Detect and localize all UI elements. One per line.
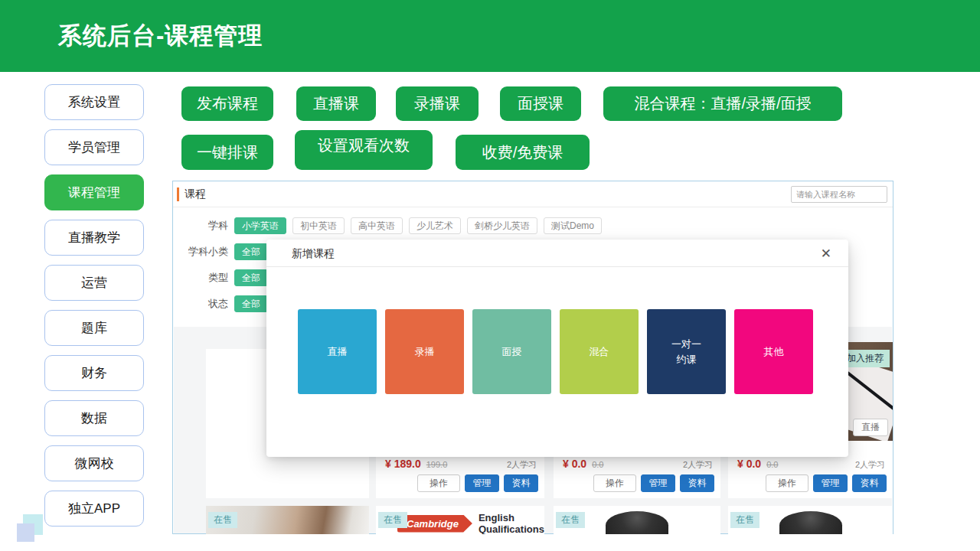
- subject-tag-cambridge-kids-english[interactable]: 剑桥少儿英语: [467, 217, 537, 234]
- price-row: ¥ 0.0 0.0 2人学习: [737, 458, 885, 471]
- course-card[interactable]: 在售: [728, 506, 893, 534]
- modal-header: 新增课程 ✕: [266, 240, 848, 267]
- on-sale-badge: 在售: [208, 512, 237, 528]
- page: 系统后台-课程管理 系统设置 学员管理 课程管理 直播教学 运营 题库 财务 数…: [0, 0, 980, 551]
- panel-title: 课程: [185, 187, 206, 201]
- tile-mixed[interactable]: 混合: [560, 309, 639, 394]
- decoration-square-blue: [17, 523, 34, 542]
- subcategory-tag-all[interactable]: 全部: [234, 243, 268, 260]
- filter-label: 学科: [173, 219, 228, 233]
- course-old-price: 0.0: [766, 460, 778, 469]
- manage-button[interactable]: 管理: [813, 474, 848, 492]
- course-old-price: 0.0: [592, 460, 603, 469]
- cambridge-arrow-logo: Cambridge: [397, 515, 472, 533]
- cambridge-logo-text: English Qualifications: [479, 512, 544, 534]
- recorded-course-button[interactable]: 录播课: [396, 86, 479, 121]
- sidebar-item-standalone-app[interactable]: 独立APP: [44, 491, 144, 527]
- add-course-modal: 新增课程 ✕ 直播 录播 面授 混合 一对一 约课 其他: [266, 240, 848, 457]
- sidebar-item-system-settings[interactable]: 系统设置: [44, 84, 144, 120]
- mixed-course-button[interactable]: 混合课程：直播/录播/面授: [603, 86, 842, 121]
- sidebar-item-live-teaching[interactable]: 直播教学: [44, 220, 144, 256]
- title-accent-bar: [177, 187, 179, 201]
- subject-tag-test-demo[interactable]: 测试Demo: [544, 217, 602, 234]
- on-sale-badge: 在售: [378, 512, 407, 528]
- set-view-count-button[interactable]: 设置观看次数: [295, 130, 433, 170]
- offline-course-button[interactable]: 面授课: [500, 86, 581, 121]
- sidebar-item-data[interactable]: 数据: [44, 400, 144, 436]
- card-actions: 操作 管理 资料: [593, 474, 714, 492]
- tile-other[interactable]: 其他: [734, 309, 813, 394]
- course-old-price: 199.0: [426, 460, 448, 469]
- subject-tag-kids-art[interactable]: 少儿艺术: [409, 217, 461, 234]
- course-price: ¥ 0.0: [563, 458, 586, 470]
- live-type-badge: 直播: [853, 419, 888, 436]
- course-card[interactable]: 在售: [554, 506, 720, 534]
- material-button[interactable]: 资料: [680, 474, 714, 492]
- paid-free-course-button[interactable]: 收费/免费课: [456, 135, 590, 170]
- course-price: ¥ 0.0: [737, 458, 761, 470]
- page-title: 系统后台-课程管理: [58, 20, 263, 52]
- filter-label: 类型: [173, 271, 228, 285]
- sidebar-item-course-management[interactable]: 课程管理: [44, 174, 144, 210]
- on-sale-badge: 在售: [730, 512, 760, 528]
- sidebar-item-finance[interactable]: 财务: [44, 355, 144, 391]
- filter-label: 状态: [173, 297, 228, 311]
- student-count: 2人学习: [507, 459, 537, 471]
- close-icon[interactable]: ✕: [821, 246, 831, 262]
- course-card[interactable]: Cambridge English Qualifications 在售: [376, 506, 544, 534]
- student-count: 2人学习: [683, 459, 713, 471]
- publish-course-button[interactable]: 发布课程: [181, 86, 273, 121]
- course-type-tiles: 直播 录播 面授 混合 一对一 约课 其他: [298, 309, 813, 394]
- price-row: ¥ 189.0 199.0 2人学习: [385, 458, 537, 471]
- subject-tag-primary-english[interactable]: 小学英语: [234, 217, 286, 234]
- filter-row-subject: 学科 小学英语 初中英语 高中英语 少儿艺术 剑桥少儿英语 测试Demo: [173, 217, 893, 234]
- on-sale-badge: 在售: [556, 512, 585, 528]
- type-tag-all[interactable]: 全部: [234, 269, 268, 286]
- sidebar-item-micro-school[interactable]: 微网校: [44, 445, 144, 481]
- live-course-button[interactable]: 直播课: [296, 86, 376, 121]
- cambridge-logo: Cambridge English Qualifications: [397, 512, 544, 534]
- card-actions: 操作 管理 资料: [417, 474, 538, 492]
- app-header: 系统后台-课程管理: [0, 0, 980, 72]
- course-card[interactable]: 在售: [206, 506, 369, 534]
- sidebar-item-operations[interactable]: 运营: [44, 265, 144, 301]
- material-button[interactable]: 资料: [852, 474, 887, 492]
- operate-button[interactable]: 操作: [766, 474, 808, 492]
- tile-recorded[interactable]: 录播: [385, 309, 464, 394]
- price-row: ¥ 0.0 0.0 2人学习: [563, 458, 713, 471]
- sidebar: 系统设置 学员管理 课程管理 直播教学 运营 题库 财务 数据 微网校 独立AP…: [44, 84, 144, 527]
- tile-one-on-one[interactable]: 一对一 约课: [647, 309, 726, 394]
- product-photo: [779, 511, 842, 534]
- student-count: 2人学习: [855, 459, 885, 471]
- sidebar-item-question-bank[interactable]: 题库: [44, 310, 144, 346]
- operate-button[interactable]: 操作: [417, 474, 460, 492]
- course-price: ¥ 189.0: [385, 458, 421, 470]
- course-panel-header: 课程: [173, 181, 893, 207]
- card-actions: 操作 管理 资料: [766, 474, 887, 492]
- course-search-input[interactable]: [791, 186, 887, 203]
- manage-button[interactable]: 管理: [641, 474, 675, 492]
- manage-button[interactable]: 管理: [465, 474, 499, 492]
- operate-button[interactable]: 操作: [593, 474, 636, 492]
- status-tag-all[interactable]: 全部: [234, 295, 268, 312]
- filter-label: 学科小类: [173, 245, 228, 259]
- product-photo: [606, 511, 668, 534]
- one-click-schedule-button[interactable]: 一键排课: [181, 135, 273, 170]
- tile-offline[interactable]: 面授: [472, 309, 551, 394]
- material-button[interactable]: 资料: [504, 474, 538, 492]
- tile-live[interactable]: 直播: [298, 309, 377, 394]
- subject-tag-senior-english[interactable]: 高中英语: [351, 217, 403, 234]
- modal-title: 新增课程: [292, 247, 335, 261]
- subject-tag-junior-english[interactable]: 初中英语: [292, 217, 345, 234]
- sidebar-item-student-management[interactable]: 学员管理: [44, 129, 144, 165]
